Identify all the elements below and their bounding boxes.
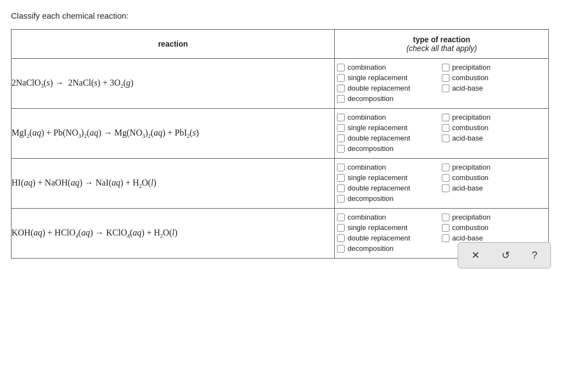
checkbox-icon[interactable] (337, 174, 345, 182)
checkbox-icon[interactable] (442, 74, 449, 82)
options-row: decomposition (337, 144, 546, 153)
checkbox-combination-1[interactable]: combination (337, 63, 441, 71)
checkbox-icon[interactable] (442, 114, 449, 121)
checkbox-icon[interactable] (337, 195, 345, 203)
checkbox-combination-2[interactable]: combination (337, 113, 441, 121)
options-row: double replacement acid-base (337, 234, 546, 242)
options-row: combination precipitation (337, 113, 546, 121)
checkbox-icon[interactable] (442, 234, 449, 242)
action-buttons-panel: ✕ ↺ ? (458, 242, 551, 268)
checkbox-icon[interactable] (337, 245, 345, 253)
checkbox-double-replacement-3[interactable]: double replacement (337, 184, 441, 192)
classification-table: reaction type of reaction (check all tha… (11, 29, 549, 259)
checkbox-acid-base-2[interactable]: acid-base (442, 134, 546, 142)
checkbox-icon[interactable] (442, 174, 449, 182)
checkbox-precipitation-1[interactable]: precipitation (442, 63, 546, 71)
options-row: double replacement acid-base (337, 134, 546, 142)
checkbox-icon[interactable] (442, 64, 449, 71)
checkbox-decomposition-2[interactable]: decomposition (337, 144, 546, 153)
table-row: 2NaClO3(s) → 2NaCl(s) + 3O2(g) combinati… (12, 59, 549, 109)
options-row: double replacement acid-base (337, 184, 546, 192)
checkbox-combustion-2[interactable]: combustion (442, 124, 546, 132)
options-cell-1: combination precipitation single replace… (335, 59, 549, 109)
checkbox-acid-base-1[interactable]: acid-base (442, 84, 546, 92)
options-cell-2: combination precipitation single replace… (335, 109, 549, 159)
checkbox-icon[interactable] (442, 184, 449, 192)
checkbox-icon[interactable] (337, 184, 345, 192)
checkbox-icon[interactable] (442, 85, 449, 92)
checkbox-single-replacement-2[interactable]: single replacement (337, 124, 441, 132)
checkbox-combination-4[interactable]: combination (337, 213, 441, 221)
checkbox-precipitation-2[interactable]: precipitation (442, 113, 546, 121)
checkbox-icon[interactable] (337, 135, 345, 142)
options-cell-3: combination precipitation single replace… (335, 159, 549, 209)
checkbox-double-replacement-1[interactable]: double replacement (337, 84, 441, 92)
options-row: combination precipitation (337, 213, 546, 221)
reaction-cell-3: HI(aq) + NaOH(aq) → NaI(aq) + H2O(l) (12, 159, 335, 209)
reaction-equation-2: MgI2(aq) + Pb(NO3)2(aq) → Mg(NO3)2(aq) +… (12, 128, 199, 137)
checkbox-single-replacement-4[interactable]: single replacement (337, 223, 441, 232)
checkbox-icon[interactable] (337, 214, 345, 221)
reaction-cell-2: MgI2(aq) + Pb(NO3)2(aq) → Mg(NO3)2(aq) +… (12, 109, 335, 159)
checkbox-icon[interactable] (442, 164, 449, 171)
table-row: MgI2(aq) + Pb(NO3)2(aq) → Mg(NO3)2(aq) +… (12, 109, 549, 159)
page-container: Classify each chemical reaction: reactio… (11, 11, 551, 259)
table-row: HI(aq) + NaOH(aq) → NaI(aq) + H2O(l) com… (12, 159, 549, 209)
checkbox-double-replacement-2[interactable]: double replacement (337, 134, 441, 142)
refresh-button[interactable]: ↺ (497, 247, 514, 264)
checkbox-icon[interactable] (442, 214, 449, 221)
options-row: decomposition (337, 94, 546, 103)
checkbox-double-replacement-4[interactable]: double replacement (337, 234, 441, 242)
checkbox-icon[interactable] (337, 164, 345, 171)
options-row: single replacement combustion (337, 223, 546, 232)
checkbox-icon[interactable] (337, 234, 345, 242)
options-row: decomposition (337, 194, 546, 203)
close-button[interactable]: ✕ (467, 247, 484, 264)
checkbox-decomposition-1[interactable]: decomposition (337, 94, 546, 103)
options-layout-2: combination precipitation single replace… (335, 109, 548, 158)
reaction-equation-3: HI(aq) + NaOH(aq) → NaI(aq) + H2O(l) (12, 178, 156, 187)
checkbox-icon[interactable] (337, 124, 345, 132)
checkbox-icon[interactable] (337, 224, 345, 232)
checkbox-precipitation-3[interactable]: precipitation (442, 163, 546, 171)
checkbox-acid-base-4[interactable]: acid-base (442, 234, 546, 242)
checkbox-combustion-4[interactable]: combustion (442, 223, 546, 232)
checkbox-combination-3[interactable]: combination (337, 163, 441, 171)
options-layout-3: combination precipitation single replace… (335, 159, 548, 208)
checkbox-icon[interactable] (337, 64, 345, 71)
checkbox-combustion-3[interactable]: combustion (442, 173, 546, 182)
col-type-header: type of reaction (check all that apply) (335, 30, 549, 59)
checkbox-acid-base-3[interactable]: acid-base (442, 184, 546, 192)
checkbox-icon[interactable] (337, 85, 345, 92)
options-row: single replacement combustion (337, 124, 546, 132)
options-row: combination precipitation (337, 163, 546, 171)
options-row: double replacement acid-base (337, 84, 546, 92)
checkbox-icon[interactable] (442, 224, 449, 232)
page-title: Classify each chemical reaction: (11, 11, 551, 20)
checkbox-combustion-1[interactable]: combustion (442, 74, 546, 82)
checkbox-single-replacement-1[interactable]: single replacement (337, 74, 441, 82)
checkbox-precipitation-4[interactable]: precipitation (442, 213, 546, 221)
options-row: single replacement combustion (337, 173, 546, 182)
checkbox-decomposition-3[interactable]: decomposition (337, 194, 546, 203)
checkbox-single-replacement-3[interactable]: single replacement (337, 173, 441, 182)
checkbox-icon[interactable] (337, 114, 345, 121)
options-row: single replacement combustion (337, 74, 546, 82)
help-button[interactable]: ? (527, 248, 542, 264)
options-row: combination precipitation (337, 63, 546, 71)
reaction-cell-1: 2NaClO3(s) → 2NaCl(s) + 3O2(g) (12, 59, 335, 109)
options-layout-1: combination precipitation single replace… (335, 59, 548, 108)
checkbox-icon[interactable] (337, 74, 345, 82)
col-reaction-header: reaction (12, 30, 335, 59)
reaction-equation-4: KOH(aq) + HClO4(aq) → KClO4(aq) + H2O(l) (12, 228, 177, 237)
checkbox-icon[interactable] (442, 135, 449, 142)
checkbox-icon[interactable] (337, 95, 345, 103)
checkbox-icon[interactable] (337, 145, 345, 153)
reaction-equation-1: 2NaClO3(s) → 2NaCl(s) + 3O2(g) (12, 78, 133, 87)
reaction-cell-4: KOH(aq) + HClO4(aq) → KClO4(aq) + H2O(l) (12, 209, 335, 259)
checkbox-icon[interactable] (442, 124, 449, 132)
